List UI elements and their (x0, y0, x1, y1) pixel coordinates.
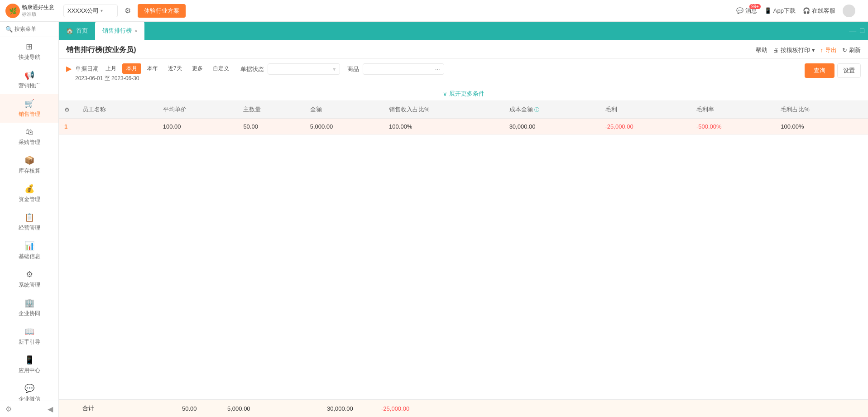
tab-sales-ranking[interactable]: 销售排行榜 × (95, 22, 144, 40)
status-select[interactable]: ▾ (268, 63, 340, 75)
data-table-container: ⚙ 员工名称 平均单价 主数量 全额 销售收入占比% 成本全额 ⓘ 毛利 毛利率… (59, 101, 868, 399)
refresh-icon: ↻ (842, 47, 847, 53)
sidebar-item-finance[interactable]: 💰 资金管理 (0, 179, 58, 208)
enterprise-icon: 🏢 (24, 298, 34, 308)
footer-profit: -25,000.00 (381, 405, 436, 412)
sidebar-item-operations[interactable]: 📋 经营管理 (0, 208, 58, 236)
app-center-icon: 📱 (24, 355, 34, 365)
tab-home[interactable]: 🏠 首页 (59, 22, 95, 40)
tab-close-icon[interactable]: × (134, 28, 137, 34)
sidebar-item-label: 库存核算 (19, 167, 40, 175)
mobile-icon: 📱 (764, 7, 772, 14)
sidebar-item-quick-nav[interactable]: ⊞ 快捷导航 (0, 37, 58, 66)
th-amount: 全额 (305, 101, 384, 119)
cell-profit-rate: -500.00% (691, 119, 775, 135)
date-filter-top: 单据日期 上月 本月 本年 近7天 更多 自定义 (75, 63, 233, 74)
cell-qty: 50.00 (238, 119, 304, 135)
online-service-button[interactable]: 🎧 在线客服 (803, 7, 835, 15)
cell-avg-price: 100.00 (158, 119, 238, 135)
maximize-icon[interactable]: □ (860, 27, 864, 35)
sidebar-item-system[interactable]: ⚙ 系统管理 (0, 265, 58, 293)
export-icon: ↑ (820, 47, 824, 53)
footer-qty: 50.00 (182, 405, 227, 412)
content-area: 🏠 首页 销售排行榜 × — □ 销售排行榜(按业务员) 帮助 (59, 22, 868, 417)
sidebar-item-guide[interactable]: 📖 新手引导 (0, 322, 58, 350)
collapse-icon[interactable]: ◀ (48, 405, 53, 413)
top-bar: 🌿 畅康通好生意 标准版 XXXXX公司 ▾ ⚙ 体验行业方案 💬 消息 99+… (0, 0, 868, 22)
date-tab-7days[interactable]: 近7天 (164, 63, 186, 74)
app-download-button[interactable]: 📱 App下载 (764, 7, 796, 15)
status-filter-group: 单据状态 ▾ (240, 63, 340, 75)
filter-row-1: ▶ 单据日期 上月 本月 本年 近7天 更多 自定义 (66, 59, 861, 87)
sidebar-item-wechat[interactable]: 💬 企业微信 (0, 379, 58, 401)
print-button[interactable]: 🖨 按模板打印 ▾ (773, 46, 815, 54)
th-profit-rate: 毛利率 (691, 101, 775, 119)
finance-icon: 💰 (24, 184, 34, 194)
sidebar-item-label: 销售管理 (19, 110, 40, 118)
headset-icon: 🎧 (803, 7, 810, 14)
th-settings[interactable]: ⚙ (59, 101, 77, 119)
date-tab-current-year[interactable]: 本年 (143, 63, 162, 74)
minimize-icon[interactable]: — (849, 27, 856, 35)
tab-active-label: 销售排行榜 (102, 27, 132, 35)
avatar[interactable] (843, 5, 855, 17)
date-range-display: 2023-06-01 至 2023-06-30 (75, 75, 233, 82)
date-tab-current-month[interactable]: 本月 (122, 63, 141, 74)
sidebar-nav: ⊞ 快捷导航 📢 营销推广 🛒 销售管理 🛍 采购管理 📦 库存核算 (0, 37, 58, 401)
cell-profit-pct: 100.00% (775, 119, 868, 135)
goods-filter-group: 商品 ··· (347, 63, 444, 75)
print-icon: 🖨 (773, 47, 779, 53)
sidebar-item-basic-info[interactable]: 📊 基础信息 (0, 236, 58, 265)
date-tab-more[interactable]: 更多 (188, 63, 207, 74)
message-button[interactable]: 💬 消息 99+ (736, 7, 757, 15)
goods-dots-icon[interactable]: ··· (435, 66, 440, 72)
sidebar-item-sales[interactable]: 🛒 销售管理 (0, 94, 58, 123)
filter-settings-button[interactable]: 设置 (837, 63, 861, 78)
settings-icon[interactable]: ⚙ (121, 5, 134, 17)
sidebar-item-marketing[interactable]: 📢 营销推广 (0, 66, 58, 94)
filter-expand-icon[interactable]: ▶ (66, 64, 72, 73)
goods-select[interactable]: ··· (363, 63, 444, 75)
table-footer: 合计 50.00 5,000.00 30,000.00 -25,000.00 (59, 399, 868, 417)
date-tab-custom[interactable]: 自定义 (209, 63, 233, 74)
th-name: 员工名称 (77, 101, 158, 119)
sidebar-item-purchase[interactable]: 🛍 采购管理 (0, 123, 58, 151)
trial-button[interactable]: 体验行业方案 (138, 4, 186, 18)
cell-amount: 5,000.00 (305, 119, 384, 135)
sidebar-item-enterprise[interactable]: 🏢 企业协同 (0, 293, 58, 322)
status-filter-label: 单据状态 (240, 65, 264, 73)
th-profit: 毛利 (600, 101, 691, 119)
export-button[interactable]: ↑ 导出 (820, 46, 837, 54)
sidebar-search[interactable]: 🔍 搜索菜单 (0, 22, 58, 37)
export-label: 导出 (825, 46, 837, 54)
sidebar-item-label: 企业微信 (19, 395, 40, 401)
query-button[interactable]: 查询 (805, 63, 834, 78)
sidebar-item-label: 应用中心 (19, 367, 40, 374)
date-tab-last-month[interactable]: 上月 (101, 63, 120, 74)
wechat-icon: 💬 (24, 383, 34, 393)
th-qty: 主数量 (238, 101, 304, 119)
header-actions: 帮助 🖨 按模板打印 ▾ ↑ 导出 ↻ 刷新 (756, 46, 861, 54)
page-header: 销售排行榜(按业务员) 帮助 🖨 按模板打印 ▾ ↑ 导出 ↻ 刷新 (59, 40, 868, 59)
th-avg-price: 平均单价 (158, 101, 238, 119)
tab-bar-actions: — □ (849, 27, 868, 35)
help-button[interactable]: 帮助 (756, 46, 767, 54)
message-icon: 💬 (736, 7, 743, 14)
refresh-label: 刷新 (849, 46, 861, 54)
tab-bar: 🏠 首页 销售排行榜 × — □ (59, 22, 868, 40)
sidebar-item-inventory[interactable]: 📦 库存核算 (0, 151, 58, 179)
gear-bottom-icon[interactable]: ⚙ (5, 405, 12, 413)
th-cost: 成本全额 ⓘ (504, 101, 600, 119)
search-icon: 🔍 (5, 26, 13, 33)
brand-logo: 🌿 畅康通好生意 标准版 (5, 4, 60, 18)
date-tabs: 上月 本月 本年 近7天 更多 自定义 (101, 63, 233, 74)
app-download-label: App下载 (773, 7, 796, 15)
company-selector[interactable]: XXXXX公司 ▾ (63, 5, 118, 17)
footer-amount: 5,000.00 (227, 405, 273, 412)
inventory-icon: 📦 (24, 155, 34, 165)
refresh-button[interactable]: ↻ 刷新 (842, 46, 861, 54)
chevron-down-icon: ▾ (101, 8, 103, 13)
expand-more-button[interactable]: ∨ 展开更多条件 (66, 87, 861, 101)
sidebar-item-app-center[interactable]: 📱 应用中心 (0, 350, 58, 379)
filter-buttons: 查询 设置 (805, 63, 861, 78)
